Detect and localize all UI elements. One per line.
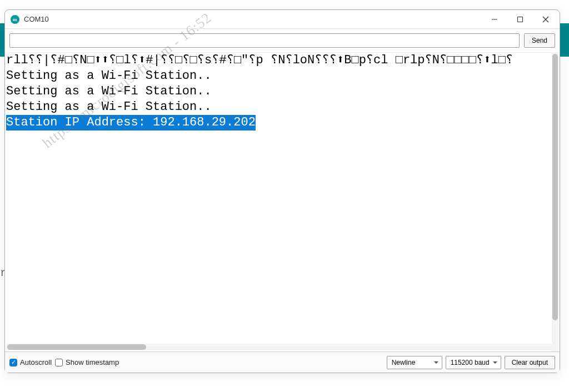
autoscroll-checkbox[interactable]: Autoscroll	[9, 358, 52, 366]
output-line[interactable]: Setting as a Wi-Fi Station..	[6, 84, 558, 99]
output-text[interactable]: rll⸮⸮|⸮#□⸮N□⬆⬆⸮□l⸮⬆#|⸮⸮□⸮□⸮s⸮#⸮□"⸮p ⸮N⸮l…	[5, 53, 560, 351]
status-bar: Autoscroll Show timestamp Newline 115200…	[5, 351, 560, 373]
autoscroll-label: Autoscroll	[20, 358, 52, 366]
window-title: COM10	[24, 15, 482, 23]
checkbox-icon	[55, 359, 63, 366]
minimize-button[interactable]	[482, 11, 507, 28]
output-line[interactable]: Setting as a Wi-Fi Station..	[6, 99, 558, 115]
maximize-button[interactable]	[507, 11, 533, 28]
arduino-icon: ∞	[11, 15, 19, 24]
serial-monitor-window: ∞ COM10 Send rll⸮⸮|⸮#□⸮N□⬆⬆⸮□l⸮⬆#|⸮⸮□⸮□⸮…	[4, 9, 560, 373]
horizontal-scroll-thumb[interactable]	[7, 344, 146, 350]
timestamp-label: Show timestamp	[66, 358, 119, 366]
output-line[interactable]: rll⸮⸮|⸮#□⸮N□⬆⬆⸮□l⸮⬆#|⸮⸮□⸮□⸮s⸮#⸮□"⸮p ⸮N⸮l…	[6, 53, 558, 68]
close-button[interactable]	[533, 11, 558, 28]
serial-input[interactable]	[9, 33, 520, 48]
line-ending-select[interactable]: Newline	[387, 356, 442, 369]
vertical-scrollbar[interactable]	[552, 53, 558, 351]
output-line[interactable]: Setting as a Wi-Fi Station..	[6, 68, 558, 84]
window-controls	[482, 11, 558, 28]
timestamp-checkbox[interactable]: Show timestamp	[55, 358, 119, 366]
output-line[interactable]: Station IP Address: 192.168.29.202	[6, 115, 558, 130]
checkbox-icon	[9, 359, 17, 366]
send-button[interactable]: Send	[524, 33, 555, 48]
vertical-scroll-thumb[interactable]	[552, 54, 558, 320]
baud-select[interactable]: 115200 baud	[446, 356, 501, 369]
horizontal-scrollbar[interactable]	[6, 344, 552, 350]
clear-output-button[interactable]: Clear output	[505, 356, 555, 369]
input-row: Send	[5, 29, 560, 52]
output-area: rll⸮⸮|⸮#□⸮N□⬆⬆⸮□l⸮⬆#|⸮⸮□⸮□⸮s⸮#⸮□"⸮p ⸮N⸮l…	[5, 52, 560, 351]
svg-rect-1	[518, 17, 523, 22]
titlebar: ∞ COM10	[5, 10, 560, 29]
